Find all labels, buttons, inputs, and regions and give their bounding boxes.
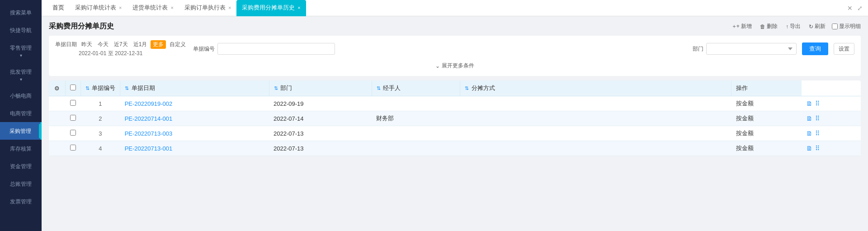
date-btn-custom[interactable]: 自定义	[168, 40, 188, 49]
date-btn-yesterday[interactable]: 昨天	[80, 40, 94, 49]
table-body: 1 PE-20220919-002 2022-09-19 按金额 🗎 ⠿ 2 P…	[49, 96, 861, 156]
close-window-icon[interactable]: ✕	[847, 5, 853, 12]
chevron-down-icon: ⌄	[435, 63, 440, 69]
col-header-handler[interactable]: ⇅ 经手人	[372, 80, 460, 96]
col-header-alloc-method[interactable]: ⇅ 分摊方式	[460, 80, 731, 96]
sidebar-item-ecommerce-small[interactable]: 小畅电商	[0, 87, 42, 104]
chevron-down-icon: ▾	[20, 53, 22, 58]
toolbar: ＋ + 新增 🗑 删除 ↑ 导出 ↻ 刷新 显示明细	[730, 22, 861, 31]
more-action-icon[interactable]: ⠿	[815, 100, 820, 107]
action-icons-group: 🗎 ⠿	[806, 100, 856, 107]
row-checkbox[interactable]	[70, 130, 76, 136]
sidebar-item-ecommerce[interactable]: 电商管理	[0, 104, 42, 122]
row-check-cell	[65, 96, 80, 111]
row-doc-date: 2022-07-13	[269, 141, 372, 156]
col-header-doc-no[interactable]: ⇅ 单据编号	[80, 80, 120, 96]
view-action-icon[interactable]: 🗎	[806, 145, 812, 152]
export-button[interactable]: ↑ 导出	[784, 22, 802, 31]
row-settings-cell	[49, 111, 65, 126]
dept-filter-group: 部门 财务部	[693, 43, 797, 55]
select-all-checkbox[interactable]	[70, 85, 76, 90]
expand-more-button[interactable]: ⌄ 展开更多条件	[55, 60, 854, 71]
sidebar-item-purchase[interactable]: 采购管理	[0, 122, 42, 140]
row-checkbox[interactable]	[70, 115, 76, 121]
refresh-icon: ↻	[809, 24, 813, 30]
date-btn-more[interactable]: 更多	[151, 40, 166, 49]
row-doc-date: 2022-07-14	[269, 111, 372, 126]
sidebar-item-inventory[interactable]: 库存核算	[0, 140, 42, 157]
view-action-icon[interactable]: 🗎	[806, 130, 812, 137]
doc-no-link[interactable]: PE-20220713-003	[125, 130, 173, 137]
view-action-icon[interactable]: 🗎	[806, 115, 812, 122]
tab-po-stats[interactable]: 采购订单统计表 ×	[70, 0, 127, 16]
row-dept	[372, 126, 460, 141]
row-dept: 财务部	[372, 111, 460, 126]
maximize-window-icon[interactable]: ⤢	[857, 5, 863, 12]
tab-bar: 首页 采购订单统计表 × 进货单统计表 × 采购订单执行表 × 采购费用分摊单历…	[42, 0, 868, 16]
date-btn-today[interactable]: 今天	[96, 40, 110, 49]
col-header-dept[interactable]: ⇅ 部门	[269, 80, 372, 96]
row-num: 2	[80, 111, 120, 126]
tab-home[interactable]: 首页	[47, 0, 70, 16]
active-indicator	[39, 124, 40, 138]
table-row: 1 PE-20220919-002 2022-09-19 按金额 🗎 ⠿	[49, 96, 861, 111]
row-checkbox[interactable]	[70, 100, 76, 106]
show-cols-checkbox[interactable]	[832, 24, 838, 29]
row-checkbox[interactable]	[70, 145, 76, 151]
tab-cost-alloc-history[interactable]: 采购费用分摊单历史 ×	[236, 0, 306, 16]
doc-no-link[interactable]: PE-20220919-002	[125, 100, 173, 107]
row-doc-date: 2022-09-19	[269, 96, 372, 111]
sort-icon-doc-date: ⇅	[125, 85, 129, 91]
row-dept	[372, 96, 460, 111]
doc-no-input[interactable]	[217, 43, 335, 55]
query-button[interactable]: 查询	[802, 42, 828, 55]
date-btn-1month[interactable]: 近1月	[132, 40, 149, 49]
more-action-icon[interactable]: ⠿	[815, 145, 820, 152]
more-action-icon[interactable]: ⠿	[815, 115, 820, 122]
add-button[interactable]: ＋ + 新增	[730, 22, 754, 31]
show-cols-toggle[interactable]: 显示明细	[832, 23, 861, 30]
sidebar-item-wholesale[interactable]: 批发管理 ▾	[0, 63, 42, 87]
doc-no-link[interactable]: PE-20220713-001	[125, 145, 173, 152]
tab-purchase-stats[interactable]: 进货单统计表 ×	[127, 0, 179, 16]
sidebar-item-retail[interactable]: 零售管理 ▾	[0, 39, 42, 63]
delete-button[interactable]: 🗑 删除	[758, 22, 779, 31]
close-tab-purchase-stats[interactable]: ×	[170, 5, 173, 10]
tab-bar-right: ✕ ⤢	[847, 5, 863, 12]
view-action-icon[interactable]: 🗎	[806, 100, 812, 107]
page-content: 采购费用分摊单历史 ＋ + 新增 🗑 删除 ↑ 导出 ↻ 刷新	[42, 16, 868, 231]
dept-label: 部门	[693, 45, 703, 53]
page-header: 采购费用分摊单历史 ＋ + 新增 🗑 删除 ↑ 导出 ↻ 刷新	[49, 22, 861, 31]
more-action-icon[interactable]: ⠿	[815, 130, 820, 137]
sidebar-item-ledger[interactable]: 总账管理	[0, 175, 42, 193]
row-doc-no: PE-20220713-003	[120, 126, 269, 141]
action-icons-group: 🗎 ⠿	[806, 145, 856, 152]
doc-no-link[interactable]: PE-20220714-001	[125, 115, 173, 122]
row-settings-cell	[49, 96, 65, 111]
table-row: 3 PE-20220713-003 2022-07-13 按金额 🗎 ⠿	[49, 126, 861, 141]
row-num: 3	[80, 126, 120, 141]
close-tab-po-stats[interactable]: ×	[119, 5, 122, 10]
sort-icon-doc-no: ⇅	[85, 85, 90, 91]
filter-settings-button[interactable]: 设置	[834, 43, 854, 55]
row-dept	[372, 141, 460, 156]
refresh-button[interactable]: ↻ 刷新	[807, 22, 827, 31]
row-action-cell: 🗎 ⠿	[802, 126, 861, 141]
col-header-check	[65, 80, 80, 96]
col-header-doc-date[interactable]: ⇅ 单据日期	[120, 80, 269, 96]
sidebar-item-finance[interactable]: 资金管理	[0, 157, 42, 175]
sidebar-item-invoice[interactable]: 发票管理	[0, 193, 42, 210]
page-title: 采购费用分摊单历史	[49, 22, 114, 31]
dept-select[interactable]: 财务部	[706, 43, 797, 55]
sidebar-item-search-menu[interactable]: 搜索菜单	[0, 4, 42, 21]
row-doc-no: PE-20220714-001	[120, 111, 269, 126]
col-header-settings[interactable]: ⚙	[49, 80, 65, 96]
tab-po-exec[interactable]: 采购订单执行表 ×	[179, 0, 236, 16]
date-btn-7days[interactable]: 近7天	[112, 40, 130, 49]
date-preset-buttons: 昨天 今天 近7天 近1月 更多 自定义	[80, 40, 188, 49]
close-tab-po-exec[interactable]: ×	[228, 5, 231, 10]
row-doc-no: PE-20220919-002	[120, 96, 269, 111]
close-tab-cost-alloc-history[interactable]: ×	[297, 5, 300, 10]
sidebar-item-quick-nav[interactable]: 快捷导航	[0, 21, 42, 39]
row-handler	[460, 141, 731, 156]
